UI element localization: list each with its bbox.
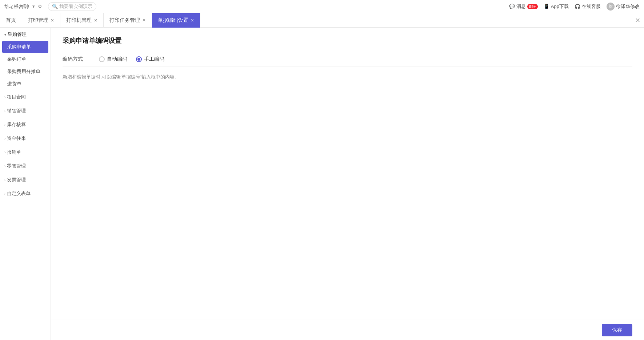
sidebar-group-inventory[interactable]: › 库存核算 (0, 118, 51, 131)
tab-barcode-setting[interactable]: 单据编码设置 ✕ (152, 13, 200, 28)
sidebar-group-sales-return-label: 报销单 (7, 149, 21, 155)
arrow-right-icon-7: › (4, 178, 5, 182)
sidebar-group-custom-form-label: 自定义表单 (7, 190, 31, 197)
message-btn[interactable]: 💬 消息 99+ (509, 3, 538, 10)
tab-printer-mgmt[interactable]: 打印机管理 ✕ (60, 13, 104, 28)
sidebar-item-purchase-order-label: 采购订单 (7, 56, 26, 62)
search-text: 我要看实例演示 (59, 3, 92, 10)
sidebar: ▾ 采购管理 采购申请单 采购订单 采购费用分摊单 进货单 › 项目合同 › 销… (0, 28, 51, 340)
avatar: 徐 (607, 3, 615, 11)
sidebar-group-fund-flow-label: 资金往来 (7, 135, 26, 142)
content-area: 采购申请单编码设置 编码方式 自动编码 手工 (51, 28, 644, 340)
tab-home[interactable]: 首页 (0, 13, 22, 28)
sidebar-group-sales-return[interactable]: › 报销单 (0, 145, 51, 159)
sidebar-group-invoice-mgmt-label: 发票管理 (7, 177, 26, 183)
radio-manual-outer (136, 56, 142, 62)
sidebar-group-retail-mgmt[interactable]: › 零售管理 (0, 159, 51, 173)
arrow-right-icon-8: › (4, 192, 5, 196)
search-icon: 🔍 (52, 4, 58, 9)
sidebar-item-goods-receipt[interactable]: 进货单 (0, 78, 51, 90)
sidebar-group-project-contract-label: 项目合同 (7, 94, 26, 100)
arrow-right-icon-1: › (4, 95, 5, 99)
tab-print-mgmt[interactable]: 打印管理 ✕ (22, 13, 60, 28)
arrow-right-icon-5: › (4, 150, 5, 154)
top-bar: 给老板勿割! ▾ ⚙ 🔍 我要看实例演示 💬 消息 99+ 📱 App下载 🎧 … (0, 0, 644, 13)
sidebar-group-purchase-label: 采购管理 (8, 31, 27, 38)
page-title: 采购申请单编码设置 (63, 36, 632, 45)
radio-manual-inner (137, 58, 140, 61)
tab-print-mgmt-close[interactable]: ✕ (51, 18, 54, 23)
save-button[interactable]: 保存 (602, 324, 632, 336)
tab-home-label: 首页 (6, 17, 16, 24)
sidebar-group-retail-mgmt-label: 零售管理 (7, 163, 26, 169)
settings-icon[interactable]: ⚙ (38, 4, 42, 9)
user-menu[interactable]: 徐 徐泽华修改 (607, 3, 640, 11)
tab-barcode-setting-label: 单据编码设置 (158, 17, 188, 24)
hint-text: 新增和编辑单据时,可以编辑'单据编号'输入框中的内容。 (63, 74, 632, 80)
sidebar-item-purchase-expense-label: 采购费用分摊单 (7, 69, 40, 74)
app-download-btn[interactable]: 📱 App下载 (544, 3, 569, 10)
sidebar-item-goods-receipt-label: 进货单 (7, 81, 21, 86)
arrow-right-icon-6: › (4, 164, 5, 168)
sidebar-group-sales-mgmt[interactable]: › 销售管理 (0, 104, 51, 118)
sidebar-item-purchase-request-label: 采购申请单 (7, 44, 31, 49)
sidebar-group-project-contract[interactable]: › 项目合同 (0, 90, 51, 104)
arrow-right-icon-3: › (4, 123, 5, 127)
headset-icon: 🎧 (575, 4, 580, 9)
content-body: 采购申请单编码设置 编码方式 自动编码 手工 (51, 28, 644, 320)
radio-manual-encoding[interactable]: 手工编码 (136, 56, 164, 62)
top-bar-left: 给老板勿割! ▾ ⚙ 🔍 我要看实例演示 (4, 2, 96, 11)
sidebar-group-inventory-label: 库存核算 (7, 121, 26, 128)
arrow-right-icon-2: › (4, 109, 5, 113)
main-layout: ▾ 采购管理 采购申请单 采购订单 采购费用分摊单 进货单 › 项目合同 › 销… (0, 28, 644, 340)
sidebar-item-purchase-order[interactable]: 采购订单 (0, 53, 51, 65)
online-service-label: 在线客服 (582, 3, 601, 10)
sidebar-group-custom-form[interactable]: › 自定义表单 (0, 187, 51, 201)
tab-printer-mgmt-label: 打印机管理 (66, 17, 92, 24)
radio-auto-label: 自动编码 (107, 56, 127, 62)
sidebar-group-invoice-mgmt[interactable]: › 发票管理 (0, 173, 51, 187)
announce-text: 给老板勿割! (4, 3, 29, 10)
arrow-right-icon-4: › (4, 137, 5, 141)
arrow-down-icon: ▾ (4, 33, 6, 37)
encoding-label: 编码方式 (63, 56, 84, 62)
message-badge: 99+ (527, 4, 538, 9)
radio-auto-encoding[interactable]: 自动编码 (99, 56, 127, 62)
dropdown-icon[interactable]: ▾ (32, 4, 35, 9)
sidebar-group-fund-flow[interactable]: › 资金往来 (0, 131, 51, 145)
tab-barcode-setting-close[interactable]: ✕ (191, 18, 194, 23)
content-footer: 保存 (51, 320, 644, 340)
username: 徐泽华修改 (616, 3, 640, 10)
tab-printer-mgmt-close[interactable]: ✕ (94, 18, 97, 23)
tab-print-task-mgmt[interactable]: 打印任务管理 ✕ (104, 13, 152, 28)
tab-print-task-mgmt-close[interactable]: ✕ (142, 18, 146, 23)
radio-auto-outer (99, 56, 105, 62)
sidebar-item-purchase-expense[interactable]: 采购费用分摊单 (0, 65, 51, 78)
online-service-btn[interactable]: 🎧 在线客服 (575, 3, 601, 10)
sidebar-group-sales-mgmt-label: 销售管理 (7, 108, 26, 114)
top-bar-right: 💬 消息 99+ 📱 App下载 🎧 在线客服 徐 徐泽华修改 (509, 3, 640, 11)
tab-print-mgmt-label: 打印管理 (28, 17, 48, 24)
search-bar[interactable]: 🔍 我要看实例演示 (48, 2, 96, 11)
tab-print-task-mgmt-label: 打印任务管理 (109, 17, 140, 24)
app-icon: 📱 (544, 4, 549, 9)
encoding-setting-row: 编码方式 自动编码 手工编码 (63, 52, 632, 66)
message-label: 消息 (516, 3, 526, 10)
close-all-tabs[interactable]: ✕ (631, 16, 644, 24)
message-icon: 💬 (509, 4, 515, 9)
app-download-label: App下载 (551, 3, 569, 10)
radio-group: 自动编码 手工编码 (99, 56, 164, 62)
tab-bar: 首页 打印管理 ✕ 打印机管理 ✕ 打印任务管理 ✕ 单据编码设置 ✕ ✕ (0, 13, 644, 28)
sidebar-group-purchase-mgmt[interactable]: ▾ 采购管理 (0, 28, 51, 41)
radio-manual-label: 手工编码 (144, 56, 164, 62)
sidebar-item-purchase-request[interactable]: 采购申请单 (2, 41, 48, 53)
